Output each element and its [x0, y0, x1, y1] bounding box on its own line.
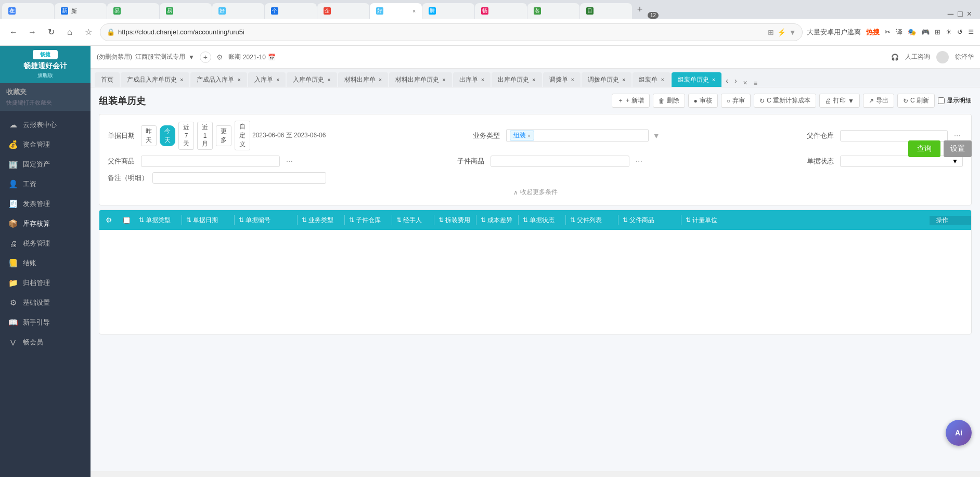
- content-tab-assembly[interactable]: 组装单 ×: [633, 72, 670, 87]
- show-detail-checkbox-label[interactable]: 显示明细: [938, 96, 972, 105]
- th-handler[interactable]: ⇅ 经手人: [392, 216, 434, 225]
- browser-tab-1[interactable]: 在: [2, 3, 54, 19]
- biz-type-input[interactable]: 组装 ×: [506, 129, 649, 142]
- human-service[interactable]: 人工咨询: [905, 53, 930, 61]
- child-goods-input[interactable]: [491, 156, 629, 167]
- parent-goods-input[interactable]: [141, 156, 280, 167]
- date-1month-btn[interactable]: 近1月: [197, 122, 213, 150]
- minimize-btn[interactable]: ─: [948, 9, 953, 19]
- date-custom-btn[interactable]: 自定义: [235, 121, 250, 150]
- date-7days-btn[interactable]: 近7天: [178, 122, 194, 150]
- column-settings-icon[interactable]: ⚙: [106, 216, 112, 224]
- collapse-btn[interactable]: ∧ 收起更多条件: [108, 186, 963, 199]
- browser-tab-6[interactable]: 个: [265, 3, 317, 19]
- delete-button[interactable]: 🗑 删除: [653, 94, 685, 108]
- bookmark-button[interactable]: ☆: [81, 25, 96, 40]
- browser-tab-2[interactable]: 新 新: [55, 3, 107, 19]
- content-tab-assembly-history[interactable]: 组装单历史 ×: [672, 72, 721, 87]
- undo-icon[interactable]: ↺: [957, 28, 963, 36]
- horizontal-scrollbar[interactable]: [91, 471, 980, 477]
- browser-tab-12[interactable]: 目: [580, 3, 632, 19]
- browser-tab-3[interactable]: 易: [107, 3, 159, 19]
- sidebar-item-fixed-assets[interactable]: 🏢 固定资产: [0, 154, 91, 174]
- home-button[interactable]: ⌂: [62, 25, 77, 40]
- sidebar-item-member[interactable]: V 畅会员: [0, 332, 91, 352]
- th-child-wh[interactable]: ⇅ 子件仓库: [345, 216, 392, 225]
- tab-transfer-history-close[interactable]: ×: [622, 76, 625, 83]
- add-company-button[interactable]: +: [200, 51, 211, 63]
- abandon-button[interactable]: ○ 弃审: [721, 94, 751, 108]
- forward-button[interactable]: →: [25, 25, 40, 40]
- th-num[interactable]: ⇅ 单据编号: [235, 216, 297, 225]
- note-input[interactable]: [152, 172, 326, 184]
- parent-goods-more-btn[interactable]: ···: [284, 157, 295, 166]
- content-tab-material-out-history[interactable]: 材料出库单历史 ×: [389, 72, 452, 87]
- maximize-btn[interactable]: □: [958, 9, 963, 19]
- tab-options[interactable]: ≡: [751, 80, 760, 87]
- browser-tab-7[interactable]: 企: [317, 3, 369, 19]
- new-button[interactable]: ＋ + 新增: [612, 94, 649, 108]
- tab-assembly-history-close[interactable]: ×: [712, 76, 715, 83]
- sidebar-item-settings[interactable]: ⚙ 基础设置: [0, 293, 91, 313]
- ai-assistant-button[interactable]: Ai: [946, 420, 972, 446]
- browser-tab-8[interactable]: 好 ×: [370, 3, 422, 19]
- content-tab-inbound[interactable]: 入库单 ×: [248, 72, 286, 87]
- browser-tab-4[interactable]: 易: [160, 3, 212, 19]
- th-parent-list[interactable]: ⇅ 父件列表: [566, 216, 618, 225]
- company-selector[interactable]: (勿删勿禁用) 江西服宝测试专用 ▼: [97, 53, 195, 61]
- sidebar-item-archive[interactable]: 📁 归档管理: [0, 273, 91, 293]
- tab-finished-history-close[interactable]: ×: [180, 76, 183, 83]
- content-tab-home[interactable]: 首页: [95, 72, 120, 87]
- tab-nav-left[interactable]: ‹: [723, 74, 731, 87]
- game-icon[interactable]: 🎮: [921, 28, 930, 36]
- date-more-btn[interactable]: 更多: [216, 125, 231, 146]
- tab-inbound-history-close[interactable]: ×: [327, 76, 330, 83]
- content-tab-finished[interactable]: 产成品入库单 ×: [190, 72, 247, 87]
- sidebar-item-cloud-report[interactable]: ☁ 云报表中心: [0, 115, 91, 135]
- favorites-section[interactable]: 收藏夹 快捷键打开收藏夹: [0, 83, 91, 111]
- status-select[interactable]: ▼: [840, 156, 963, 167]
- grid-icon[interactable]: ⊞: [935, 28, 940, 36]
- qr-icon[interactable]: ⊞: [768, 28, 774, 36]
- settings-button[interactable]: 设置: [944, 140, 972, 157]
- date-today-btn[interactable]: 今天: [160, 125, 175, 146]
- close-btn[interactable]: ×: [967, 9, 972, 19]
- content-tab-outbound[interactable]: 出库单 ×: [453, 72, 491, 87]
- content-tab-inbound-history[interactable]: 入库单历史 ×: [287, 72, 337, 87]
- browser-tab-5[interactable]: 好: [212, 3, 264, 19]
- biz-type-tag-close[interactable]: ×: [527, 133, 531, 139]
- tab-close-all[interactable]: ×: [740, 79, 751, 87]
- th-cost-diff[interactable]: ⇅ 成本差异: [476, 216, 518, 225]
- child-goods-more-btn[interactable]: ···: [634, 157, 644, 166]
- content-tab-finished-history[interactable]: 产成品入库单历史 ×: [121, 72, 189, 87]
- tab-add-button[interactable]: +: [633, 2, 647, 17]
- content-tab-transfer[interactable]: 调拨单 ×: [543, 72, 581, 87]
- address-dropdown-icon[interactable]: ▼: [789, 28, 796, 36]
- sidebar-item-closing[interactable]: 📒 结账: [0, 253, 91, 273]
- lightning-icon[interactable]: ⚡: [777, 28, 786, 36]
- sidebar-item-invoice[interactable]: 🧾 发票管理: [0, 194, 91, 214]
- browser-tab-9[interactable]: 腾: [422, 3, 474, 19]
- emoji-icon[interactable]: 🎭: [908, 28, 916, 36]
- tab-material-out-close[interactable]: ×: [379, 76, 382, 83]
- company-settings-button[interactable]: ⚙: [216, 53, 223, 61]
- translate-icon[interactable]: 译: [896, 28, 902, 37]
- th-unit[interactable]: ⇅ 计量单位: [681, 216, 723, 225]
- tab-outbound-history-close[interactable]: ×: [532, 76, 535, 83]
- tab-nav-right[interactable]: ›: [731, 74, 740, 87]
- refresh-button[interactable]: ↻: [44, 25, 58, 40]
- date-yesterday-btn[interactable]: 昨天: [141, 125, 157, 146]
- query-button[interactable]: 查询: [908, 140, 940, 157]
- biz-type-dropdown-icon[interactable]: ▼: [653, 132, 660, 140]
- tab-transfer-close[interactable]: ×: [571, 76, 574, 83]
- back-button[interactable]: ←: [6, 25, 21, 40]
- address-bar[interactable]: 🔒 https://cloud.chanjet.com/accounting/u…: [100, 23, 803, 41]
- theme-icon[interactable]: ☀: [946, 28, 952, 36]
- browser-tab-10[interactable]: 畅: [475, 3, 527, 19]
- th-gear[interactable]: ⚙: [99, 216, 118, 224]
- sidebar-item-tax[interactable]: 🖨 税务管理: [0, 234, 91, 253]
- tab-inbound-close[interactable]: ×: [276, 76, 279, 83]
- show-detail-checkbox[interactable]: [938, 97, 945, 104]
- th-date[interactable]: ⇅ 单据日期: [182, 216, 234, 225]
- sidebar-item-salary[interactable]: 👤 工资: [0, 174, 91, 194]
